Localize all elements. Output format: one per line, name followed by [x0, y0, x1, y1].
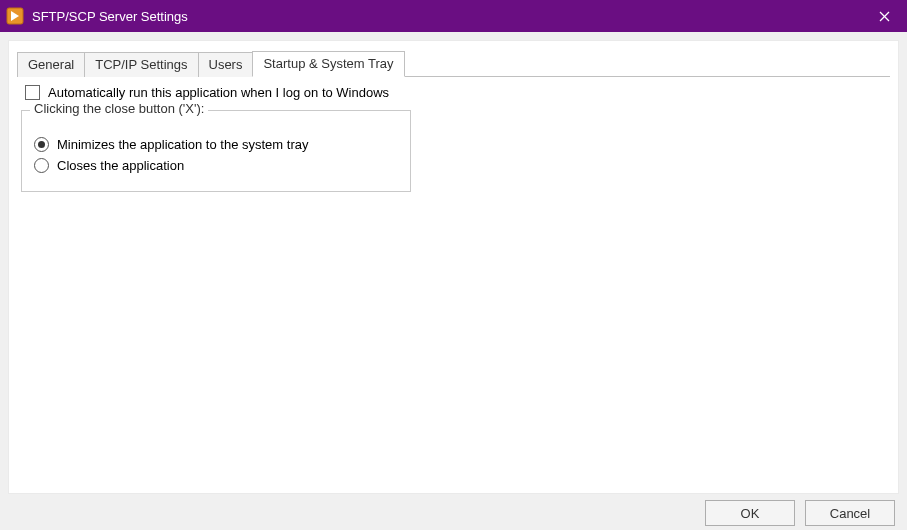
autorun-checkbox[interactable]: [25, 85, 40, 100]
dialog-content: General TCP/IP Settings Users Startup & …: [8, 40, 899, 494]
tab-users[interactable]: Users: [198, 52, 254, 77]
app-icon: [6, 7, 24, 25]
tab-tcpip[interactable]: TCP/IP Settings: [84, 52, 198, 77]
titlebar: SFTP/SCP Server Settings: [0, 0, 907, 32]
window-close-button[interactable]: [861, 0, 907, 32]
tab-general[interactable]: General: [17, 52, 85, 77]
radio-close-label: Closes the application: [57, 158, 184, 173]
close-button-legend: Clicking the close button ('X'):: [30, 101, 208, 116]
window-title: SFTP/SCP Server Settings: [32, 9, 861, 24]
close-icon: [879, 11, 890, 22]
radio-dot-icon: [38, 141, 45, 148]
radio-close-row[interactable]: Closes the application: [34, 158, 398, 173]
autorun-checkbox-row[interactable]: Automatically run this application when …: [25, 85, 890, 100]
radio-minimize[interactable]: [34, 137, 49, 152]
radio-minimize-row[interactable]: Minimizes the application to the system …: [34, 137, 398, 152]
autorun-label: Automatically run this application when …: [48, 85, 389, 100]
ok-button[interactable]: OK: [705, 500, 795, 526]
radio-minimize-label: Minimizes the application to the system …: [57, 137, 308, 152]
radio-close[interactable]: [34, 158, 49, 173]
cancel-button[interactable]: Cancel: [805, 500, 895, 526]
tab-startup[interactable]: Startup & System Tray: [252, 51, 404, 77]
tab-strip: General TCP/IP Settings Users Startup & …: [17, 51, 890, 77]
button-bar: OK Cancel: [705, 500, 895, 526]
close-button-groupbox: Clicking the close button ('X'): Minimiz…: [21, 110, 411, 192]
